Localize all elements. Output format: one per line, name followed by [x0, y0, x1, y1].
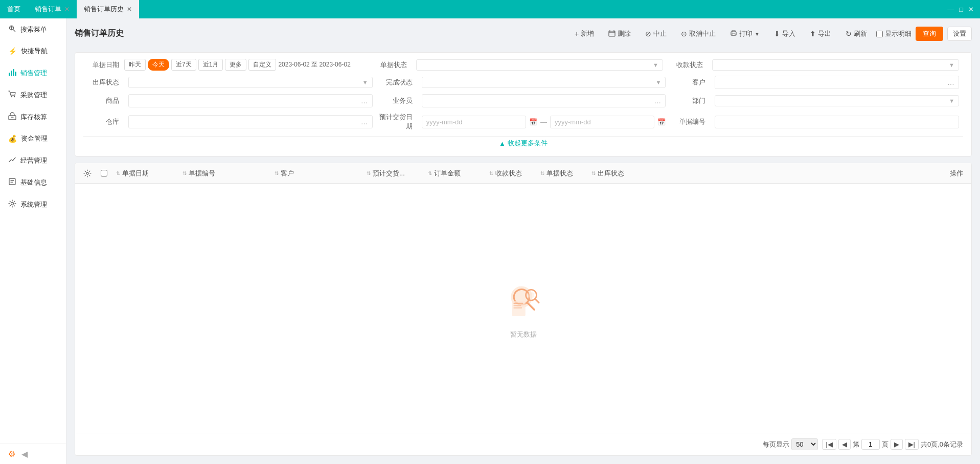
customer-label: 客户: [670, 78, 711, 87]
warehouse-input[interactable]: …: [128, 115, 373, 128]
empty-icon: [500, 278, 546, 324]
warehouse-ellipsis-icon[interactable]: …: [361, 118, 368, 126]
sidebar-label-purchase: 采购管理: [20, 91, 47, 100]
tab-sales-order-history[interactable]: 销售订单历史 ✕: [77, 0, 139, 18]
add-button[interactable]: + 新增: [569, 27, 599, 41]
col-header-customer[interactable]: ⇅ 客户: [270, 169, 362, 178]
window-close[interactable]: ✕: [968, 6, 974, 13]
sidebar-item-system[interactable]: 系统管理: [0, 193, 66, 215]
date-btn-more[interactable]: 更多: [225, 59, 246, 71]
prev-page-button[interactable]: ◀: [838, 439, 851, 450]
sidebar-item-finance[interactable]: 💰 资金管理: [0, 128, 66, 149]
delivery-date-start-input[interactable]: [422, 116, 526, 128]
col-header-out-status[interactable]: ⇅ 出库状态: [587, 169, 639, 178]
page-number-input[interactable]: [861, 439, 880, 450]
order-status-arrow-icon: ▼: [653, 62, 658, 68]
order-number-input[interactable]: [715, 116, 959, 128]
table-select-all[interactable]: [101, 170, 107, 176]
collapse-button[interactable]: ▲ 收起更多条件: [83, 136, 963, 150]
col-header-delivery[interactable]: ⇅ 预计交货...: [362, 169, 424, 178]
print-arrow-icon: ▼: [755, 31, 760, 37]
date-btn-custom[interactable]: 自定义: [248, 59, 276, 71]
svg-rect-5: [11, 71, 12, 76]
per-page-select[interactable]: 10 20 50 100: [791, 438, 818, 450]
settings-button[interactable]: 设置: [947, 27, 972, 41]
delivery-date-start-field[interactable]: [426, 118, 521, 126]
tab-home[interactable]: 首页: [0, 0, 28, 18]
finance-icon: 💰: [8, 135, 17, 143]
query-button[interactable]: 查询: [916, 27, 943, 41]
sidebar-label-sales: 销售管理: [20, 69, 47, 78]
warehouse-field[interactable]: [133, 118, 361, 126]
window-minimize[interactable]: —: [947, 6, 954, 13]
col-header-receipt[interactable]: ⇅ 收款状态: [485, 169, 536, 178]
sidebar-collapse-icon[interactable]: ◀: [21, 449, 28, 459]
filter-row-1: 单据日期 昨天 今天 近7天 近1月 更多 自定义 2023-06-02 至 2…: [83, 59, 963, 71]
table-container: ⇅ 单据日期 ⇅ 单据编号 ⇅ 客户 ⇅ 预计交货... ⇅ 订单金额: [75, 163, 972, 456]
date-separator: —: [540, 118, 547, 126]
delivery-date-end-field[interactable]: [555, 118, 650, 126]
import-button[interactable]: ⬇ 导入: [769, 27, 801, 41]
first-page-button[interactable]: |◀: [822, 439, 836, 450]
sidebar-item-purchase[interactable]: 采购管理: [0, 84, 66, 106]
sidebar-item-sales[interactable]: 销售管理: [0, 62, 66, 84]
last-page-button[interactable]: ▶|: [905, 439, 919, 450]
customer-input[interactable]: …: [715, 76, 959, 89]
print-button[interactable]: 打印 ▼: [725, 27, 765, 41]
receipt-status-select[interactable]: ▼: [712, 59, 959, 71]
cancel-stop-button[interactable]: ⊙ 取消中止: [676, 27, 721, 41]
display-columns-checkbox[interactable]: [876, 31, 883, 37]
salesperson-input[interactable]: …: [422, 94, 666, 107]
table-checkbox-cell[interactable]: [96, 170, 112, 176]
col-header-date[interactable]: ⇅ 单据日期: [112, 169, 178, 178]
product-label: 商品: [83, 96, 124, 105]
col-header-number[interactable]: ⇅ 单据编号: [178, 169, 270, 178]
product-input[interactable]: …: [128, 94, 373, 107]
stop-button[interactable]: ⊘ 中止: [640, 27, 672, 41]
refresh-button[interactable]: ↻ 刷新: [840, 27, 872, 41]
date-btn-yesterday[interactable]: 昨天: [124, 59, 146, 71]
calendar-start-icon[interactable]: 📅: [529, 118, 537, 126]
complete-status-select[interactable]: ▼: [422, 77, 666, 88]
order-status-select[interactable]: ▼: [416, 59, 663, 71]
order-number-field[interactable]: [719, 118, 954, 126]
salesperson-ellipsis-icon[interactable]: …: [654, 97, 661, 105]
display-columns-toggle[interactable]: 显示明细: [876, 29, 911, 38]
sidebar-settings-icon[interactable]: ⚙: [8, 449, 15, 459]
next-page-button[interactable]: ▶: [891, 439, 903, 450]
sidebar-item-quick-nav[interactable]: ⚡ 快捷导航: [0, 40, 66, 62]
delete-button[interactable]: 删除: [603, 27, 636, 41]
table-settings-cell[interactable]: [79, 169, 96, 178]
date-btn-7days[interactable]: 近7天: [171, 59, 196, 71]
customer-field[interactable]: [719, 79, 947, 86]
export-button[interactable]: ⬆ 导出: [805, 27, 836, 41]
date-btn-1month[interactable]: 近1月: [198, 59, 223, 71]
complete-status-arrow-icon: ▼: [655, 79, 661, 85]
sidebar: 搜索菜单 ⚡ 快捷导航 销售管理 采购管理 库存核算 💰 资金管理: [0, 18, 66, 464]
tab-close-sales-order[interactable]: ✕: [64, 6, 70, 13]
salesperson-field[interactable]: [426, 97, 654, 105]
customer-ellipsis-icon[interactable]: …: [947, 78, 954, 86]
out-status-select[interactable]: ▼: [128, 77, 373, 88]
sidebar-item-inventory[interactable]: 库存核算: [0, 106, 66, 128]
window-maximize[interactable]: □: [959, 6, 963, 13]
delivery-date-end-input[interactable]: [550, 116, 654, 128]
product-ellipsis-icon[interactable]: …: [361, 97, 368, 105]
sidebar-item-search-menu[interactable]: 搜索菜单: [0, 18, 66, 40]
department-select[interactable]: ▼: [715, 95, 959, 106]
product-field[interactable]: [133, 97, 361, 105]
sidebar-label-inventory: 库存核算: [20, 113, 47, 122]
date-btn-today[interactable]: 今天: [148, 59, 169, 71]
tab-close-history[interactable]: ✕: [127, 6, 132, 13]
tab-sales-order[interactable]: 销售订单 ✕: [28, 0, 77, 18]
sidebar-bottom: ⚙ ◀: [0, 444, 66, 464]
col-header-order-status[interactable]: ⇅ 单据状态: [536, 169, 587, 178]
order-number-label: 单据编号: [670, 117, 711, 126]
svg-rect-22: [732, 34, 735, 35]
sidebar-item-basic-info[interactable]: 基础信息: [0, 171, 66, 193]
sidebar-label-operations: 经营管理: [20, 156, 47, 165]
sidebar-item-operations[interactable]: 经营管理: [0, 149, 66, 171]
calendar-end-icon[interactable]: 📅: [657, 118, 666, 126]
sort-icon: ⇅: [428, 170, 432, 176]
col-header-amount[interactable]: ⇅ 订单金额: [424, 169, 485, 178]
